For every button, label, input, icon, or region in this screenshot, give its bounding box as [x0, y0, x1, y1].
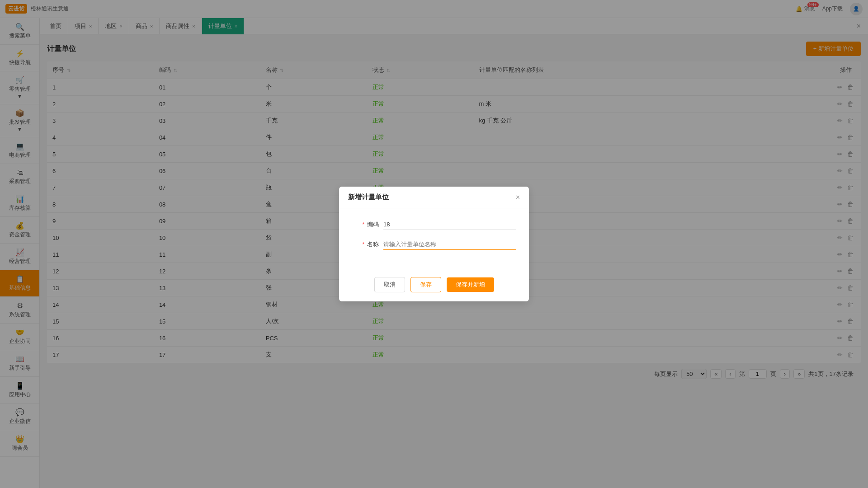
add-unit-modal: 新增计量单位 × * 编码 * 名称 取消 保存 保存并新增: [339, 187, 529, 301]
code-input[interactable]: [383, 219, 516, 230]
name-form-row: * 名称: [352, 239, 516, 250]
modal-overlay: 新增计量单位 × * 编码 * 名称 取消 保存 保存并新增: [0, 0, 868, 488]
modal-close-button[interactable]: ×: [516, 194, 520, 201]
modal-footer: 取消 保存 保存并新增: [339, 270, 529, 301]
required-mark: *: [362, 221, 364, 228]
code-form-row: * 编码: [352, 219, 516, 230]
modal-header: 新增计量单位 ×: [339, 187, 529, 208]
required-mark: *: [362, 241, 364, 248]
save-and-new-button[interactable]: 保存并新增: [447, 277, 494, 292]
save-button[interactable]: 保存: [410, 277, 441, 292]
modal-body: * 编码 * 名称: [339, 208, 529, 270]
code-label: * 编码: [352, 221, 379, 229]
modal-title: 新增计量单位: [348, 193, 389, 202]
name-input[interactable]: [383, 239, 516, 250]
cancel-button[interactable]: 取消: [374, 277, 405, 292]
name-label: * 名称: [352, 240, 379, 249]
